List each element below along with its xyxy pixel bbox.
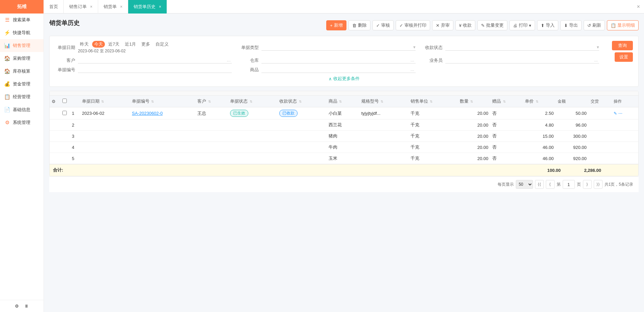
th-collect-status[interactable]: 收款状态 ⇅ (277, 96, 327, 107)
td-sales-unit: 千克 (409, 142, 458, 153)
collect-input[interactable] (445, 45, 595, 50)
doctype-input[interactable] (261, 45, 412, 50)
td-action (612, 142, 638, 153)
sidebar-item-sys-mgmt[interactable]: ⚙ 系统管理 (0, 116, 44, 129)
th-sales-unit[interactable]: 销售单位 ⇅ (409, 96, 458, 107)
row-checkbox[interactable] (62, 111, 67, 115)
doc-no-link[interactable]: SA-20230602-0 (132, 111, 163, 116)
table-row: 2 西兰花 千克 20.00 否 4.80 96.00 (50, 120, 638, 131)
tab-sales-history-close[interactable]: × (159, 4, 161, 9)
audit-print-icon: ✓ (399, 23, 403, 28)
salesperson-dots[interactable]: ... (593, 57, 599, 62)
sidebar-item-basic-info[interactable]: 📄 基础信息 (0, 103, 44, 116)
sort-goods-icon: ⇅ (339, 100, 342, 103)
collapse-button[interactable]: ∧ 收起更多条件 (55, 76, 633, 82)
page-input[interactable] (563, 180, 575, 189)
table-row: 1 2023-06-02 SA-20230602-0 王总 已生效 已收款 小白… (50, 107, 638, 120)
page-first-btn[interactable]: ⟨⟨ (535, 180, 544, 189)
edit-action-btn[interactable]: ✎ (614, 111, 617, 116)
salesperson-input[interactable] (445, 57, 593, 62)
sidebar-item-quick-nav[interactable]: ⚡ 快捷导航 (0, 26, 44, 39)
th-settings[interactable]: ⚙ (50, 96, 60, 107)
more-action-btn[interactable]: ⋯ (618, 111, 622, 116)
th-customer[interactable]: 客户 ⇅ (195, 96, 228, 107)
audit-button[interactable]: ✓ 审核 (372, 20, 394, 30)
audit-print-button[interactable]: ✓ 审核并打印 (396, 20, 430, 30)
sidebar-item-finance[interactable]: 💰 资金管理 (0, 78, 44, 90)
customer-dots[interactable]: ... (225, 57, 232, 62)
date-tag-custom[interactable]: 自定义 (153, 41, 171, 48)
page-last-btn[interactable]: ⟩⟩ (594, 180, 603, 189)
footer-label: 合计: (53, 167, 80, 173)
tab-sales-order-close[interactable]: × (90, 4, 92, 9)
customer-input[interactable] (78, 57, 225, 62)
sidebar-item-sales-mgmt[interactable]: 📊 销售管理 (0, 39, 44, 52)
collect-button[interactable]: ¥ 收款 (455, 20, 475, 30)
tab-sales-history[interactable]: 销货单历史 × (128, 0, 167, 14)
warehouse-input[interactable] (261, 57, 409, 62)
filter-row-1: 单据日期 昨天 今天 近7天 近1月 更多 自定义 2 (55, 41, 599, 54)
table-settings-icon[interactable]: ⚙ (52, 99, 56, 104)
th-rowno (70, 96, 80, 107)
tab-home[interactable]: 首页 (44, 0, 64, 14)
import-button[interactable]: ⬆ 导入 (537, 20, 558, 30)
date-tag-today[interactable]: 今天 (92, 41, 105, 48)
select-all-checkbox[interactable] (62, 99, 67, 103)
td-qty: 20.00 (458, 153, 491, 164)
collect-dropdown-icon[interactable]: ▾ (597, 45, 599, 50)
th-goods[interactable]: 商品 ⇅ (327, 96, 359, 107)
filter-item-doctype: 单据类型 ▾ (239, 45, 415, 51)
th-doc-status[interactable]: 单据状态 ⇅ (228, 96, 277, 107)
td-spec (359, 120, 409, 131)
per-page-select[interactable]: 50 100 200 (516, 180, 533, 189)
th-gift[interactable]: 赠品 ⇅ (490, 96, 523, 107)
tab-bar-close[interactable]: × (633, 4, 644, 10)
show-detail-button[interactable]: 📋 显示明细 (607, 20, 639, 30)
warehouse-dots[interactable]: ... (409, 57, 416, 62)
th-doc-no[interactable]: 单据编号 ⇅ (130, 96, 195, 107)
batch-change-button[interactable]: ✎ 批量变更 (477, 20, 507, 30)
query-button[interactable]: 查询 (612, 41, 633, 50)
sidebar-item-purchase-mgmt[interactable]: 🏠 采购管理 (0, 52, 44, 65)
refresh-button[interactable]: ↺ 刷新 (584, 20, 605, 30)
page-next-btn[interactable]: ⟩ (583, 180, 592, 189)
date-tag-7days[interactable]: 近7天 (106, 41, 121, 48)
date-tag-1month[interactable]: 近1月 (123, 41, 138, 48)
export-button[interactable]: ⬇ 导出 (560, 20, 582, 30)
td-checkbox (60, 142, 70, 153)
add-button[interactable]: + 新增 (326, 20, 346, 30)
sidebar-item-search-menu[interactable]: ☰ 搜索菜单 (0, 14, 44, 26)
th-unit-price[interactable]: 单价 ⇅ (523, 96, 556, 107)
date-tag-yesterday[interactable]: 昨天 (78, 41, 91, 48)
sidebar-item-inventory[interactable]: 🏠 库存核算 (0, 65, 44, 78)
td-goods: 玉米 (327, 153, 359, 164)
th-doc-date[interactable]: 单据日期 ⇅ (80, 96, 130, 107)
th-qty[interactable]: 数量 ⇅ (458, 96, 491, 107)
abandon-button[interactable]: ✕ 弃审 (432, 20, 453, 30)
td-spec (359, 153, 409, 164)
filter-item-customer: 客户 ... (55, 57, 232, 63)
docno-input[interactable] (78, 67, 232, 72)
delete-button[interactable]: 🗑 删除 (348, 20, 370, 30)
table-header-row: ⚙ 单据日期 ⇅ 单据编号 ⇅ (50, 96, 638, 107)
td-delivery (589, 142, 612, 153)
doctype-dropdown-icon[interactable]: ▾ (413, 45, 416, 50)
date-tag-more[interactable]: 更多 (139, 41, 152, 48)
tab-sales-order[interactable]: 销售订单 × (64, 0, 98, 14)
sidebar-item-operation[interactable]: 📋 经营管理 (0, 90, 44, 103)
goods-input[interactable] (261, 67, 409, 72)
page-prev-btn[interactable]: ⟨ (546, 180, 555, 189)
table-footer: 合计: 100.00 2,286.00 (50, 164, 638, 176)
sort-customer-icon: ⇅ (208, 100, 211, 103)
td-customer (195, 120, 228, 131)
table-wrap: ⚙ 单据日期 ⇅ 单据编号 ⇅ (49, 91, 639, 176)
td-sales-unit: 千克 (409, 107, 458, 120)
goods-dots[interactable]: ... (409, 67, 416, 72)
sidebar-settings-btn[interactable]: ⚙ ⏸ (0, 300, 44, 312)
th-spec[interactable]: 规格型号 ⇅ (359, 96, 409, 107)
print-button[interactable]: 🖨 打印 ▾ (509, 20, 535, 30)
collapse-label: 收起更多条件 (333, 76, 360, 82)
tab-sales-goods[interactable]: 销货单 × (98, 0, 128, 14)
tab-sales-goods-close[interactable]: × (120, 4, 122, 9)
settings-button[interactable]: 设置 (615, 52, 633, 62)
